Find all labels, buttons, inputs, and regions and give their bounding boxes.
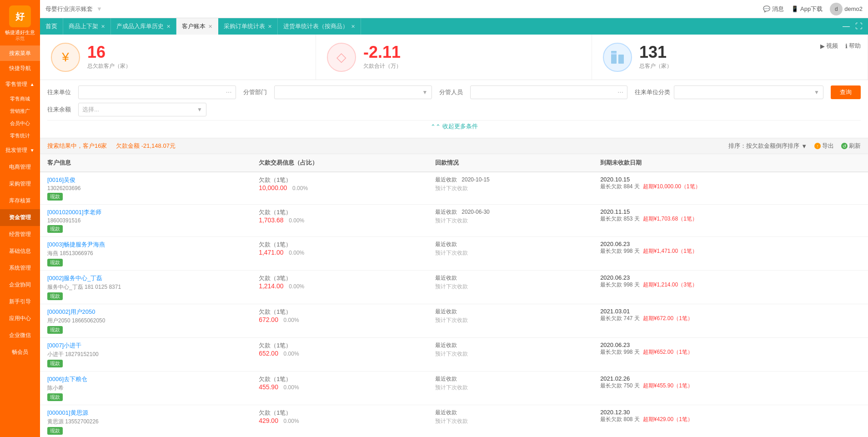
export-icon: ↑: [814, 143, 821, 149]
help-btn[interactable]: ℹ 帮助: [845, 42, 861, 50]
tab-purchase-order-close[interactable]: ✕: [268, 24, 272, 30]
tab-customer-account-close[interactable]: ✕: [208, 24, 212, 30]
customer-name-0[interactable]: [0016]吴俊: [47, 176, 75, 183]
debt-pct-3: 0.00%: [289, 283, 304, 290]
overdue-amount-4[interactable]: 超期¥672.00（1笔）: [643, 315, 693, 321]
svg-rect-2: [611, 53, 617, 55]
sort-select[interactable]: 排序：按欠款金额倒序排序 ▼: [728, 142, 807, 150]
customer-name-7[interactable]: [000001]黄思源: [47, 409, 88, 416]
stat-value-debt-customers: 16: [87, 44, 131, 60]
stat-label-debt-customers: 总欠款客户（家）: [87, 62, 131, 70]
overdue-amount-0[interactable]: 超期¥10,000.00（1笔）: [643, 183, 701, 190]
unit-category-label: 往来单位分类: [635, 88, 670, 96]
tab-product-listing[interactable]: 商品上下架 ✕: [63, 18, 111, 35]
sidebar-item-basic-info[interactable]: 基础信息: [0, 243, 40, 260]
sidebar-item-enterprise-wechat[interactable]: 企业微信: [0, 327, 40, 344]
sidebar-item-search[interactable]: 搜索菜单: [0, 46, 40, 61]
customer-name-6[interactable]: [0006]去下粮仓: [47, 376, 87, 382]
user-avatar[interactable]: d demo2: [830, 3, 863, 15]
table-row: [0002]服务中心_丁磊 服务中心_丁磊 181 0125 8371 现款 欠…: [40, 271, 868, 304]
source-unit-dots-icon[interactable]: ···: [226, 88, 231, 96]
sidebar-item-member[interactable]: 会员中心: [0, 117, 40, 130]
cell-customer-info-6: [0006]去下粮仓 陈小希 现款: [40, 372, 251, 405]
refresh-btn[interactable]: ↺ 刷新: [841, 142, 861, 150]
customer-name-5[interactable]: [0007]小进干: [47, 342, 81, 349]
customer-tag-7: 现款: [47, 427, 63, 435]
collapse-up-icon: ⌃⌃: [431, 123, 441, 130]
sidebar-item-guide[interactable]: 新手引导: [0, 293, 40, 310]
sidebar-item-system[interactable]: 系统管理: [0, 260, 40, 276]
filter-collapse-btn[interactable]: ⌃⌃ 收起更多条件: [47, 120, 861, 132]
sidebar-item-finance[interactable]: 资金管理: [0, 209, 40, 226]
person-input[interactable]: ···: [470, 85, 628, 99]
video-icon: ▶: [820, 43, 825, 50]
source-unit-input[interactable]: ···: [78, 85, 236, 99]
customer-phone-5: 小进干 18279152100: [47, 351, 244, 358]
balance-arrow-icon: ▼: [197, 106, 202, 113]
overdue-days-3: 最长欠款 998 天: [600, 281, 641, 288]
customer-name-2[interactable]: [0003]畅捷服务尹海燕: [47, 241, 105, 248]
message-btn[interactable]: 💬 消息: [763, 5, 784, 13]
sidebar-item-purchase[interactable]: 采购管理: [0, 176, 40, 192]
overdue-amount-6[interactable]: 超期¥455.90（1笔）: [643, 382, 693, 389]
next-payment-4: 预计下次收款: [435, 316, 586, 324]
tab-purchase-stats-close[interactable]: ✕: [351, 24, 355, 30]
query-button[interactable]: 查询: [831, 85, 861, 99]
customer-name-3[interactable]: [0002]服务中心_丁磊: [47, 275, 102, 281]
sidebar-item-inventory[interactable]: 库存核算: [0, 192, 40, 209]
sidebar-item-operations[interactable]: 经营管理: [0, 226, 40, 243]
unit-category-select[interactable]: ▼: [674, 85, 823, 99]
cell-debt-info-7: 欠款（1笔） 429.00 0.00%: [251, 405, 428, 437]
tab-customer-account[interactable]: 客户账本 ✕: [176, 18, 218, 35]
overdue-amount-7[interactable]: 超期¥429.00（1笔）: [643, 416, 693, 422]
tab-purchase-stats[interactable]: 进货单统计表（按商品） ✕: [278, 18, 361, 35]
cell-debt-info-5: 欠款（1笔） 652.00 0.00%: [251, 338, 428, 372]
tab-product-listing-close[interactable]: ✕: [101, 24, 105, 30]
overdue-amount-1[interactable]: 超期¥1,703.68（1笔）: [643, 216, 697, 222]
app-name: 畅捷通好生意: [0, 29, 40, 35]
debt-pct-4: 0.00%: [284, 317, 299, 323]
sidebar-item-retail-stats[interactable]: 零售统计: [0, 130, 40, 142]
due-date-value-1: 2020.11.15: [600, 208, 861, 215]
sidebar-item-wholesale-mgmt[interactable]: 批发管理 ▼: [0, 142, 40, 159]
customer-phone-7: 黄思源 13552700226: [47, 418, 244, 426]
tab-home[interactable]: 首页: [40, 18, 63, 35]
sidebar-item-marketing[interactable]: 营销推广: [0, 105, 40, 117]
sidebar-item-ecommerce[interactable]: 电商管理: [0, 159, 40, 176]
main-content: 母婴行业演示账套 ▼ 💬 消息 📱 App下载 d demo2 首页 商品上下架…: [40, 0, 868, 437]
sidebar-item-member-plus[interactable]: 畅会员: [0, 344, 40, 361]
sidebar-item-app-center[interactable]: 应用中心: [0, 310, 40, 327]
tabs-maximize-btn[interactable]: ⛶: [853, 21, 864, 31]
result-actions: 排序：按欠款金额倒序排序 ▼ ↑ 导出 ↺ 刷新: [728, 142, 861, 150]
sidebar-item-retail-mall[interactable]: 零售商城: [0, 93, 40, 105]
overdue-days-0: 最长欠款 884 天: [600, 183, 641, 190]
customer-name-4[interactable]: [000002]用户2050: [47, 308, 95, 315]
balance-label: 往来余额: [47, 105, 75, 114]
balance-select[interactable]: 选择... ▼: [78, 103, 206, 116]
person-dots-icon[interactable]: ···: [617, 88, 623, 96]
sidebar-item-enterprise[interactable]: 企业协同: [0, 276, 40, 293]
overdue-amount-3[interactable]: 超期¥1,214.00（3笔）: [643, 281, 697, 288]
dept-select[interactable]: ▼: [274, 85, 432, 99]
overdue-amount-2[interactable]: 超期¥1,471.00（1笔）: [643, 248, 697, 254]
tab-purchase-order[interactable]: 采购订单统计表 ✕: [218, 18, 278, 35]
overdue-amount-5[interactable]: 超期¥652.00（1笔）: [643, 349, 693, 355]
debt-pct-7: 0.00%: [284, 418, 299, 424]
customer-phone-0: 13026203696: [47, 185, 244, 191]
message-icon: 💬: [763, 5, 770, 12]
tabs-minimize-btn[interactable]: —: [841, 21, 852, 31]
sidebar-item-retail-mgmt[interactable]: 零售管理 ▲: [0, 76, 40, 93]
customer-name-1[interactable]: [0001020001]李老师: [47, 209, 101, 216]
tab-product-inventory[interactable]: 产成品入库单历史 ✕: [111, 18, 176, 35]
debt-count-5: 欠款（1笔）: [259, 342, 421, 350]
avatar: d: [830, 3, 843, 15]
overdue-days-5: 最长欠款 998 天: [600, 349, 641, 355]
tab-product-inventory-close[interactable]: ✕: [166, 24, 171, 30]
view-video-btn[interactable]: ▶ 视频: [820, 42, 838, 50]
export-btn[interactable]: ↑ 导出: [814, 142, 834, 150]
customer-tag-0: 现款: [47, 193, 63, 201]
sidebar-item-quick-nav[interactable]: 快捷导航: [0, 61, 40, 76]
person-label: 分管人员: [439, 88, 467, 96]
app-download-btn[interactable]: 📱 App下载: [791, 5, 823, 13]
debt-amount-label: 欠款金额 -21,148.07元: [116, 142, 176, 149]
